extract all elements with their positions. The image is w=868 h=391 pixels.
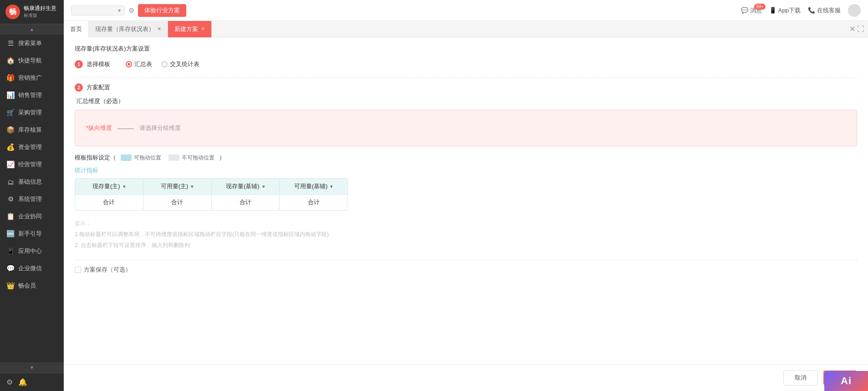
template-options: 汇总表 交叉统计表 <box>126 60 199 68</box>
sidebar-footer: ⚙ 🔔 <box>0 373 64 391</box>
clipboard-icon: 📋 <box>6 212 15 221</box>
topbar-service-btn[interactable]: 📞 在线客服 <box>808 6 841 15</box>
topbar-message-btn[interactable]: 💬 消息 99+ <box>741 6 762 15</box>
tab-close-all-icon[interactable]: ✕ <box>849 25 855 33</box>
sidebar-item-label: 系统管理 <box>18 195 42 203</box>
cancel-button[interactable]: 取消 <box>783 370 818 386</box>
summary-dimension-label: 汇总维度（必选） <box>77 97 857 105</box>
dimension-arrow: —— <box>117 123 134 133</box>
app-icon: 📱 <box>769 7 776 14</box>
stats-col-0[interactable]: 现存量(主) ▾ <box>75 179 143 194</box>
template-option-summary[interactable]: 汇总表 <box>126 60 152 68</box>
indicators-label-suffix: ） <box>219 154 225 162</box>
stats-col-3[interactable]: 可用量(基辅) ▾ <box>280 179 347 194</box>
crown-icon: 👑 <box>6 282 15 290</box>
sidebar-scroll-down[interactable]: ▼ <box>0 362 64 373</box>
scroll-down-arrow[interactable]: ▼ <box>29 364 35 371</box>
app-logo-icon: 畅 <box>5 5 20 19</box>
step2-badge: 2 <box>75 83 83 92</box>
user-avatar[interactable] <box>848 4 861 17</box>
sidebar-item-collab[interactable]: 📋 企业协同 <box>0 208 64 225</box>
sidebar-item-label: 企业微信 <box>18 264 42 273</box>
scroll-up-arrow[interactable]: ▲ <box>29 26 35 33</box>
chart-icon: 📊 <box>6 91 15 99</box>
stats-col-2[interactable]: 现存量(基辅) ▾ <box>212 179 280 194</box>
step2-section: 2 方案配置 汇总维度（必选） *纵向维度 —— 请选择分组维度 模板指标设定（… <box>75 83 857 251</box>
sidebar-item-guide[interactable]: 🆕 新手引导 <box>0 225 64 242</box>
sidebar-item-basic[interactable]: 🗂 基础信息 <box>0 173 64 190</box>
indicator-legend: 可拖动位置 不可拖动位置 <box>121 154 214 162</box>
stats-col-1[interactable]: 可用量(主) ▾ <box>143 179 212 194</box>
sidebar-item-wechat[interactable]: 💬 企业微信 <box>0 260 64 277</box>
sidebar-nav: ☰ 搜索菜单 🏠 快捷导航 🎁 营销推广 📊 销售管理 🛒 采购管理 📦 库存核… <box>0 35 64 362</box>
sidebar-logo: 畅 畅康通好生意 标准版 <box>0 0 64 24</box>
sidebar-item-system[interactable]: ⚙ 系统管理 <box>0 190 64 208</box>
legend-nodrag-label: 不可拖动位置 <box>182 154 214 162</box>
money-icon: 💰 <box>6 143 15 151</box>
settings-icon[interactable]: ⚙ <box>6 378 13 386</box>
tab-inventory[interactable]: 现存量（库存状况表） ✕ <box>89 21 168 37</box>
sidebar-item-quick-nav[interactable]: 🏠 快捷导航 <box>0 52 64 69</box>
topbar-gear-icon[interactable]: ⚙ <box>128 6 134 15</box>
new-icon: 🆕 <box>6 230 15 238</box>
stats-cell-2: 合计 <box>212 195 280 210</box>
ai-badge[interactable]: Ai <box>824 371 868 391</box>
trial-btn[interactable]: 体验行业方案 <box>138 4 186 17</box>
col-0-dropdown[interactable]: ▾ <box>123 184 126 190</box>
sidebar-item-finance[interactable]: 💰 资金管理 <box>0 139 64 156</box>
topbar-app-btn[interactable]: 📱 App下载 <box>769 6 801 15</box>
service-label: 在线客服 <box>817 6 841 15</box>
save-checkbox[interactable] <box>75 267 81 273</box>
save-option[interactable]: 方案保存（可选） <box>75 266 857 274</box>
main-area: ▾ ⚙ 体验行业方案 💬 消息 99+ 📱 App下载 📞 在线客服 首页 <box>64 0 868 391</box>
tips-title: 提示： <box>75 220 91 226</box>
legend-drag: 可拖动位置 <box>121 154 161 162</box>
stats-label: 统计指标 <box>75 166 857 175</box>
sidebar-item-member[interactable]: 👑 畅会员 <box>0 277 64 294</box>
template-option-cross[interactable]: 交叉统计表 <box>161 60 199 68</box>
stats-table: 现存量(主) ▾ 可用量(主) ▾ 现存量(基辅) ▾ 可用量(基辅) ▾ <box>75 178 348 211</box>
box-icon: 📦 <box>6 126 15 134</box>
sidebar-item-label: 企业协同 <box>18 212 42 221</box>
topbar-right: 💬 消息 99+ 📱 App下载 📞 在线客服 <box>741 4 861 17</box>
tab-new-plan-close[interactable]: ✕ <box>201 26 205 32</box>
sidebar-scroll-up[interactable]: ▲ <box>0 24 64 35</box>
sidebar-item-inventory[interactable]: 📦 库存核算 <box>0 121 64 139</box>
col-2-label: 现存量(基辅) <box>226 182 260 190</box>
sidebar-item-label: 营销推广 <box>18 74 42 82</box>
legend-drag-label: 可拖动位置 <box>134 154 161 162</box>
radio-summary[interactable] <box>126 61 132 67</box>
sidebar-item-marketing[interactable]: 🎁 营销推广 <box>0 69 64 87</box>
col-1-dropdown[interactable]: ▾ <box>191 184 194 190</box>
step2-header: 2 方案配置 <box>75 83 857 92</box>
sidebar-item-label: 采购管理 <box>18 108 42 117</box>
search-menu-icon: ☰ <box>6 39 15 47</box>
stats-cell-3: 合计 <box>280 195 347 210</box>
sidebar-item-sales[interactable]: 📊 销售管理 <box>0 87 64 104</box>
tab-expand-icon[interactable]: ⛶ <box>857 25 864 33</box>
divider-1 <box>75 77 857 78</box>
save-option-label: 方案保存（可选） <box>84 266 131 274</box>
col-3-label: 可用量(基辅) <box>294 182 328 190</box>
radio-cross[interactable] <box>161 61 168 67</box>
chat-icon: 💬 <box>6 264 15 273</box>
search-dropdown-btn[interactable]: ▾ <box>118 7 121 14</box>
step1-header: 1 选择模板 汇总表 交叉统计表 <box>75 60 857 68</box>
col-3-dropdown[interactable]: ▾ <box>330 184 333 190</box>
search-input[interactable] <box>75 7 116 14</box>
sidebar-item-operation[interactable]: 📈 经营管理 <box>0 156 64 173</box>
folder-icon: 🗂 <box>6 178 15 186</box>
dimension-box[interactable]: *纵向维度 —— 请选择分组维度 <box>75 110 857 146</box>
service-icon: 📞 <box>808 7 815 14</box>
sidebar-item-apps[interactable]: 📱 应用中心 <box>0 242 64 260</box>
search-box[interactable]: ▾ <box>71 5 125 15</box>
tip-item-0: 1.拖动标题栏可以调整布局，不可跨维度或指标区域拖动栏目字段(只能在同一维度或指… <box>75 231 329 237</box>
sound-icon[interactable]: 🔔 <box>18 378 27 386</box>
divider-2 <box>75 260 857 260</box>
col-2-dropdown[interactable]: ▾ <box>262 184 265 190</box>
tab-inventory-close[interactable]: ✕ <box>157 26 161 32</box>
sidebar-item-search-menu[interactable]: ☰ 搜索菜单 <box>0 35 64 52</box>
sidebar-item-purchase[interactable]: 🛒 采购管理 <box>0 104 64 121</box>
tab-new-plan[interactable]: 新建方案 ✕ <box>168 21 212 37</box>
tab-home[interactable]: 首页 <box>64 21 89 37</box>
